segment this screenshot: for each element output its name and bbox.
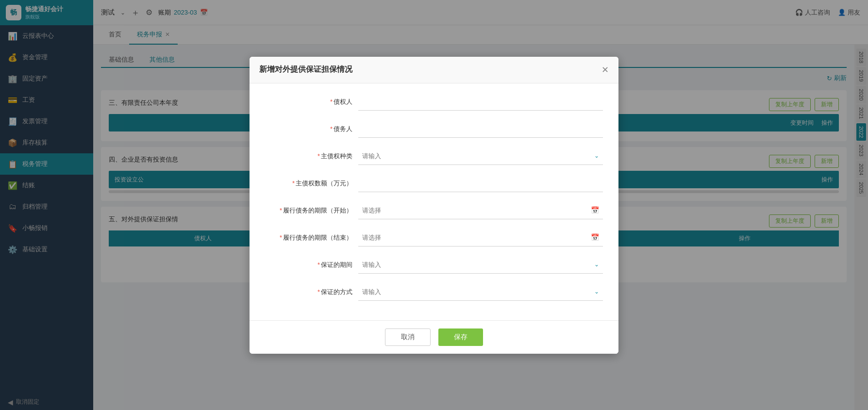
chevron-down-icon: ⌄: [594, 152, 603, 159]
chevron-down-icon: ⌄: [594, 288, 603, 295]
chevron-down-icon: ⌄: [594, 261, 603, 268]
calendar-icon: 📅: [591, 206, 603, 214]
form-row-guarantee_method: *保证的方式⌄: [265, 283, 603, 301]
date-period_start[interactable]: 📅: [358, 202, 603, 219]
field-debt_amount[interactable]: [358, 175, 603, 192]
select-guarantee_method[interactable]: ⌄: [358, 283, 603, 301]
form-label-guarantee_method: *保证的方式: [265, 288, 352, 296]
form-label-debt_amount: *主债权数额（万元）: [265, 179, 352, 188]
calendar-icon: 📅: [591, 233, 603, 241]
select-input-debt_type[interactable]: [358, 148, 594, 164]
date-period_end[interactable]: 📅: [358, 229, 603, 246]
form-row-creditor: *债权人: [265, 93, 603, 111]
select-input-guarantee_method[interactable]: [358, 283, 594, 300]
select-debt_type[interactable]: ⌄: [358, 148, 603, 165]
form-label-creditor: *债权人: [265, 98, 352, 106]
modal-overlay: 新增对外提供保证担保情况 ✕ *债权人*债务人*主债权种类⌄*主债权数额（万元）…: [0, 0, 868, 410]
modal-body: *债权人*债务人*主债权种类⌄*主债权数额（万元）*履行债务的期限（开始）📅*履…: [250, 83, 618, 320]
select-guarantee_period[interactable]: ⌄: [358, 256, 603, 274]
form-label-period_start: *履行债务的期限（开始）: [265, 206, 352, 215]
modal-header: 新增对外提供保证担保情况 ✕: [250, 57, 618, 83]
form-label-guarantee_period: *保证的期间: [265, 261, 352, 269]
field-debtor[interactable]: [358, 120, 603, 138]
form-row-period_start: *履行债务的期限（开始）📅: [265, 202, 603, 219]
form-label-debt_type: *主债权种类: [265, 152, 352, 161]
modal-close-button[interactable]: ✕: [601, 65, 609, 75]
form-label-debtor: *债务人: [265, 125, 352, 133]
form-row-debt_type: *主债权种类⌄: [265, 148, 603, 165]
form-label-period_end: *履行债务的期限（结束）: [265, 233, 352, 242]
form-row-debtor: *债务人: [265, 120, 603, 138]
save-button[interactable]: 保存: [438, 328, 483, 346]
date-input-period_start[interactable]: [358, 202, 591, 219]
modal-footer: 取消 保存: [250, 320, 618, 354]
date-input-period_end[interactable]: [358, 229, 591, 246]
select-input-guarantee_period[interactable]: [358, 256, 594, 273]
add-guarantee-modal: 新增对外提供保证担保情况 ✕ *债权人*债务人*主债权种类⌄*主债权数额（万元）…: [250, 57, 618, 354]
form-row-period_end: *履行债务的期限（结束）📅: [265, 229, 603, 246]
cancel-button[interactable]: 取消: [385, 328, 431, 346]
modal-title: 新增对外提供保证担保情况: [259, 65, 352, 75]
field-creditor[interactable]: [358, 93, 603, 111]
form-row-guarantee_period: *保证的期间⌄: [265, 256, 603, 274]
form-row-debt_amount: *主债权数额（万元）: [265, 175, 603, 192]
